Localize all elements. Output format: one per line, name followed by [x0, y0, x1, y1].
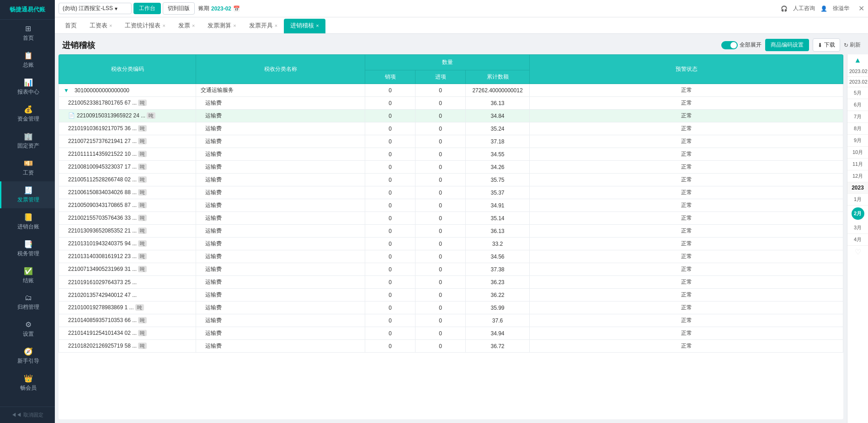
- tab-发票开具[interactable]: 发票开具×: [243, 19, 284, 33]
- tab-发票[interactable]: 发票×: [172, 19, 201, 33]
- tab-close-工资表[interactable]: ×: [109, 23, 112, 28]
- unit-tag: 吨: [138, 164, 147, 170]
- calendar-current-month[interactable]: 2月: [852, 206, 864, 222]
- sidebar-item-总账[interactable]: 📋总账: [0, 47, 55, 74]
- row-purchase: 0: [415, 263, 466, 276]
- tab-close-工资统计报表[interactable]: ×: [162, 23, 165, 28]
- calendar-month[interactable]: 2023.02: [847, 66, 868, 77]
- calendar-month[interactable]: 3月: [847, 222, 868, 234]
- sidebar-icon: 🧭: [24, 347, 33, 356]
- row-inv-code: 221019103619217075 36 ... 吨: [59, 122, 196, 135]
- product-code-settings-button[interactable]: 商品编码设置: [765, 39, 809, 51]
- tab-close-发票开具[interactable]: ×: [275, 23, 277, 28]
- sidebar-icon: ⊞: [25, 24, 31, 33]
- row-amount: 37.38: [466, 263, 530, 276]
- sidebar-icon: 💴: [24, 159, 33, 168]
- row-sales: 0: [365, 238, 415, 250]
- row-purchase: 0: [415, 276, 466, 289]
- sidebar-icon: 📋: [24, 51, 33, 60]
- sidebar: 畅捷通易代账 ⊞首页📋总账📊报表中心💰资金管理🏢固定资产💴工资🧾发票管理📒进销台…: [0, 0, 55, 423]
- row-name: 运输费: [196, 276, 365, 289]
- sidebar-icon: 🗂: [25, 294, 32, 302]
- refresh-button[interactable]: ↻ 刷新: [844, 41, 861, 49]
- sidebar-icon: ⚙: [25, 320, 32, 329]
- close-button[interactable]: ✕: [858, 4, 864, 13]
- sidebar-item-发票管理[interactable]: 🧾发票管理: [0, 181, 55, 208]
- sidebar-label: 畅会员: [20, 384, 37, 392]
- calendar-month[interactable]: 1月: [847, 194, 868, 206]
- row-sales: 0: [365, 212, 415, 225]
- row-sales: 0: [365, 135, 415, 148]
- sidebar-item-畅会员[interactable]: 👑畅会员: [0, 370, 55, 397]
- calendar-month[interactable]: 7月: [847, 111, 868, 123]
- tab-工资表[interactable]: 工资表×: [83, 19, 118, 33]
- sidebar-item-进销台账[interactable]: 📒进销台账: [0, 208, 55, 235]
- tab-进销稽核[interactable]: 进销稽核×: [284, 19, 325, 33]
- tab-发票测算[interactable]: 发票测算×: [201, 19, 242, 33]
- calendar-year[interactable]: 2023: [847, 182, 868, 194]
- unit-tag: 吨: [138, 215, 147, 221]
- calendar-month[interactable]: 5月: [847, 87, 868, 99]
- calendar-month[interactable]: 12月: [847, 170, 868, 182]
- support-icon: 🎧: [781, 5, 788, 12]
- row-purchase: 0: [415, 161, 466, 174]
- row-purchase: 0: [415, 110, 466, 122]
- sidebar-item-资金管理[interactable]: 💰资金管理: [0, 100, 55, 127]
- calendar-month[interactable]: 10月: [847, 147, 868, 159]
- sidebar-item-税务管理[interactable]: 📑税务管理: [0, 235, 55, 262]
- panel-expand-chevron[interactable]: ▲: [854, 54, 862, 66]
- calendar-month[interactable]: 2023.02: [847, 77, 868, 87]
- row-purchase: 0: [415, 135, 466, 148]
- sidebar-label: 总账: [23, 61, 34, 69]
- sidebar-item-归档管理[interactable]: 🗂归档管理: [0, 289, 55, 316]
- row-inv-code: 221019161029764373 25 ...: [59, 276, 196, 289]
- unit-tag: 吨: [147, 112, 155, 119]
- sidebar-label: 发票管理: [17, 196, 39, 204]
- row-inv-code: 221013093652085352 21 ... 吨: [59, 225, 196, 238]
- row-inv-code: 221013101943240375 94 ... 吨: [59, 238, 196, 250]
- sidebar-unpin-button[interactable]: ◀◀ 取消固定: [0, 407, 55, 423]
- sidebar-item-首页[interactable]: ⊞首页: [0, 20, 55, 47]
- sidebar-item-固定资产[interactable]: 🏢固定资产: [0, 127, 55, 154]
- row-sales: 0: [365, 289, 415, 301]
- row-inv-code: 221020135742940012 47 ...: [59, 289, 196, 301]
- app-logo: 畅捷通易代账: [0, 0, 55, 20]
- row-sales: 0: [365, 161, 415, 174]
- tab-首页[interactable]: 首页: [59, 19, 83, 33]
- row-inv-code: 221018202126925719 58 ... 吨: [59, 340, 196, 353]
- workbench-button[interactable]: 工作台: [133, 3, 161, 14]
- tab-close-发票[interactable]: ×: [192, 23, 195, 28]
- calendar-icon[interactable]: 📅: [233, 5, 240, 12]
- row-name: 运输费: [196, 301, 365, 314]
- table-row: 221008100945323037 17 ... 吨 运输费 0 0 34.2…: [59, 161, 843, 174]
- row-sales: 0: [365, 263, 415, 276]
- sidebar-item-设置[interactable]: ⚙设置: [0, 316, 55, 343]
- sidebar-icon: 📑: [24, 240, 33, 249]
- expand-toggle[interactable]: [721, 41, 738, 49]
- calendar-month[interactable]: 4月: [847, 234, 868, 246]
- sidebar-item-新手引导[interactable]: 🧭新手引导: [0, 343, 55, 370]
- row-status: 正常: [530, 199, 843, 212]
- row-status: 正常: [530, 301, 843, 314]
- calendar-month[interactable]: 11月: [847, 159, 868, 170]
- tab-close-进销稽核[interactable]: ×: [316, 23, 319, 28]
- tab-close-发票测算[interactable]: ×: [233, 23, 236, 28]
- row-name: 运输费: [196, 135, 365, 148]
- refresh-icon: ↻: [844, 42, 848, 48]
- table-row: 221005233817801765 67 ... 吨 运输费 0 0 36.1…: [59, 97, 843, 110]
- switch-old-button[interactable]: 切到旧版: [163, 2, 195, 15]
- sidebar-icon: 👑: [24, 374, 33, 383]
- sidebar-item-报表中心[interactable]: 📊报表中心: [0, 74, 55, 100]
- sidebar-item-结账[interactable]: ✅结账: [0, 262, 55, 289]
- calendar-month[interactable]: 9月: [847, 135, 868, 147]
- file-icon: 📄: [68, 112, 75, 119]
- sidebar-item-工资[interactable]: 💴工资: [0, 154, 55, 181]
- calendar-month[interactable]: 8月: [847, 123, 868, 135]
- company-selector[interactable]: (勿动) 江西报宝-LSS ▾: [59, 3, 132, 14]
- row-status: 正常: [530, 225, 843, 238]
- calendar-month[interactable]: 6月: [847, 99, 868, 111]
- download-button[interactable]: ⬇ 下载: [813, 38, 840, 52]
- table-row: ▼301000000000000000 交通运输服务 0 0 27262.400…: [59, 84, 843, 97]
- tab-工资统计报表[interactable]: 工资统计报表×: [118, 19, 171, 33]
- col-header-code: 税收分类编码: [59, 55, 196, 84]
